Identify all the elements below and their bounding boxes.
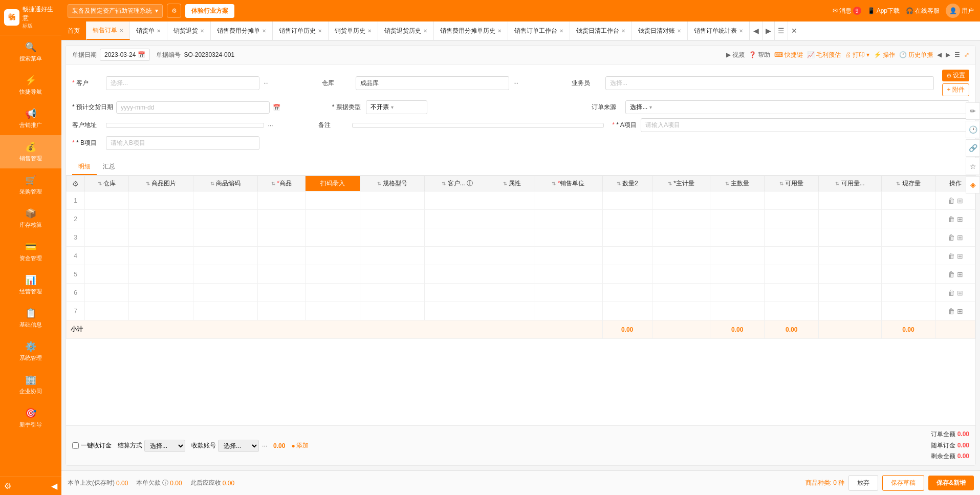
row-copy-btn-1[interactable]: ⊞ xyxy=(957,197,963,205)
product-sort-icon[interactable]: ⇅ xyxy=(271,181,275,186)
order-source-select[interactable]: 选择... ▾ xyxy=(625,100,969,114)
payment-method-select[interactable]: 选择... xyxy=(144,440,185,452)
system-settings-btn[interactable]: ⚙ xyxy=(167,4,181,18)
row-scan-1[interactable] xyxy=(306,191,360,210)
main-unit-sort-icon[interactable]: ⇅ xyxy=(668,181,672,186)
tab-sales-order[interactable]: 销售订单 ✕ xyxy=(86,21,130,40)
operation-btn[interactable]: ⚡ 操作 xyxy=(874,51,895,59)
column-settings-icon[interactable]: ⚙ xyxy=(72,180,79,188)
row-qty2-1[interactable] xyxy=(602,191,652,210)
delivery-calendar-icon[interactable]: 📅 xyxy=(273,104,280,111)
save-new-btn[interactable]: 保存&新增 xyxy=(928,476,974,490)
row-warehouse-1[interactable] xyxy=(85,191,129,210)
product-code-sort-icon[interactable]: ⇅ xyxy=(210,181,214,186)
date-picker[interactable]: 2023-03-24 📅 xyxy=(100,49,150,61)
spec-sort-icon[interactable]: ⇅ xyxy=(377,181,381,186)
a-project-input[interactable]: 请输入A项目 xyxy=(641,118,969,132)
tab-sales-return-goods-history[interactable]: 销货退货历史 ✕ xyxy=(378,21,434,40)
tab-sales-fee-split-history[interactable]: 销售费用分摊单历史 ✕ xyxy=(434,21,508,40)
qty2-sort-icon[interactable]: ⇅ xyxy=(617,181,621,186)
tab-close-sales-order-history[interactable]: ✕ xyxy=(318,28,322,34)
sidebar-item-marketing[interactable]: 📢 营销推广 xyxy=(0,102,61,135)
row-spec-2[interactable] xyxy=(360,210,425,228)
row-main-qty-1[interactable] xyxy=(710,191,765,210)
sidebar-item-system[interactable]: ⚙️ 系统管理 xyxy=(0,335,61,368)
tabs-prev-btn[interactable]: ◀ xyxy=(750,21,762,40)
tab-close-sales-order-stats[interactable]: ✕ xyxy=(739,28,743,34)
customer-address-input[interactable] xyxy=(106,123,264,128)
tabs-menu-btn[interactable]: ☰ xyxy=(774,21,788,40)
row-current-stock-1[interactable] xyxy=(881,191,935,210)
customer-input[interactable]: 选择... xyxy=(106,76,259,90)
tab-sales-order-history[interactable]: 销售订单历史 ✕ xyxy=(273,21,329,40)
help-btn[interactable]: ❓ 帮助 xyxy=(749,51,770,59)
tab-home[interactable]: 首页 xyxy=(61,21,86,40)
tab-summary[interactable]: 汇总 xyxy=(97,159,121,175)
sidebar-item-inventory[interactable]: 📦 库存核算 xyxy=(0,202,61,235)
sidebar-item-newbie[interactable]: 🎯 新手引导 xyxy=(0,401,61,435)
row-copy-btn-5[interactable]: ⊞ xyxy=(957,270,963,278)
sidebar-item-finance[interactable]: 💳 资金管理 xyxy=(0,235,61,268)
tab-close-sales-order[interactable]: ✕ xyxy=(119,28,123,33)
row-code-1[interactable] xyxy=(193,191,257,210)
row-main-unit-2[interactable] xyxy=(652,210,710,228)
shortcut-btn[interactable]: ⌨ 快捷键 xyxy=(774,51,803,59)
tab-close-receivable-clear-account[interactable]: ✕ xyxy=(677,28,681,34)
tabs-close-all-btn[interactable]: ✕ xyxy=(788,21,800,40)
tab-close-sales-return-goods[interactable]: ✕ xyxy=(200,28,204,34)
tab-close-receivable-clear-workbench[interactable]: ✕ xyxy=(621,28,625,34)
message-btn[interactable]: ✉ 消息 9 xyxy=(833,7,861,15)
row-image-1[interactable] xyxy=(129,191,193,210)
sidebar-item-sales[interactable]: 💰 销售管理 xyxy=(0,135,61,168)
row-image-2[interactable] xyxy=(129,210,193,228)
tab-detail[interactable]: 明细 xyxy=(72,159,97,175)
available-more-sort-icon[interactable]: ⇅ xyxy=(835,181,839,186)
tab-sales-order-workbench[interactable]: 销售订单工作台 ✕ xyxy=(508,21,570,40)
row-product-2[interactable] xyxy=(257,210,306,228)
row-customer-order-1[interactable] xyxy=(425,191,490,210)
sidebar-item-purchase[interactable]: 🛒 采购管理 xyxy=(0,168,61,202)
page-next-btn[interactable]: ▶ xyxy=(946,51,950,58)
one-key-deposit-checkbox[interactable]: 一键收订金 xyxy=(72,441,112,450)
delivery-date-input[interactable]: yyyy-mm-dd xyxy=(116,101,270,114)
row-sales-unit-1[interactable] xyxy=(534,191,602,210)
row-available-more-2[interactable] xyxy=(819,210,881,228)
main-qty-sort-icon[interactable]: ⇅ xyxy=(725,181,729,186)
sidebar-item-basic-info[interactable]: 📋 基础信息 xyxy=(0,302,61,335)
row-copy-btn-6[interactable]: ⊞ xyxy=(957,289,963,297)
expand-btn[interactable]: ⤢ xyxy=(964,51,969,58)
tab-sales-return-goods[interactable]: 销货退货 ✕ xyxy=(167,21,211,40)
sidebar-settings-btn[interactable]: ⚙ xyxy=(4,481,11,491)
industry-btn[interactable]: 体验行业方案 xyxy=(185,4,234,18)
customer-ellipsis[interactable]: ··· xyxy=(264,79,269,87)
row-warehouse-2[interactable] xyxy=(85,210,129,228)
row-delete-btn-7[interactable]: 🗑 xyxy=(948,307,955,315)
salesperson-input[interactable]: 选择... xyxy=(605,76,934,90)
tab-sales-fee-split[interactable]: 销售费用分摊单 ✕ xyxy=(211,21,273,40)
row-scan-2[interactable] xyxy=(306,210,360,228)
attribute-sort-icon[interactable]: ⇅ xyxy=(503,181,507,186)
tabs-next-btn[interactable]: ▶ xyxy=(762,21,774,40)
sidebar-item-enterprise[interactable]: 🏢 企业协同 xyxy=(0,368,61,401)
discard-btn[interactable]: 放弃 xyxy=(848,475,878,491)
row-copy-btn-7[interactable]: ⊞ xyxy=(957,307,963,315)
available-qty-sort-icon[interactable]: ⇅ xyxy=(779,181,783,186)
current-stock-sort-icon[interactable]: ⇅ xyxy=(896,181,900,186)
row-qty2-2[interactable] xyxy=(602,210,652,228)
product-image-sort-icon[interactable]: ⇅ xyxy=(146,181,150,186)
online-service-btn[interactable]: 🎧 在线客服 xyxy=(906,7,940,15)
customer-order-sort-icon[interactable]: ⇅ xyxy=(442,181,446,186)
row-code-2[interactable] xyxy=(193,210,257,228)
page-prev-btn[interactable]: ◀ xyxy=(937,51,942,58)
add-deposit-btn[interactable]: ● 添加 xyxy=(291,441,308,450)
warehouse-sort-icon[interactable]: ⇅ xyxy=(98,181,102,186)
tab-close-sales-fee-split[interactable]: ✕ xyxy=(262,28,266,34)
warehouse-input[interactable]: 成品库 xyxy=(356,76,509,90)
tab-sales-return-history[interactable]: 销货单历史 ✕ xyxy=(329,21,378,40)
row-current-stock-2[interactable] xyxy=(881,210,935,228)
tab-close-sales-return-history[interactable]: ✕ xyxy=(367,28,372,34)
tab-sales-return[interactable]: 销货单 ✕ xyxy=(130,21,167,40)
save-draft-btn[interactable]: 保存草稿 xyxy=(882,475,924,491)
row-delete-btn-5[interactable]: 🗑 xyxy=(948,270,955,278)
float-link-btn[interactable]: 🔗 xyxy=(966,139,980,157)
